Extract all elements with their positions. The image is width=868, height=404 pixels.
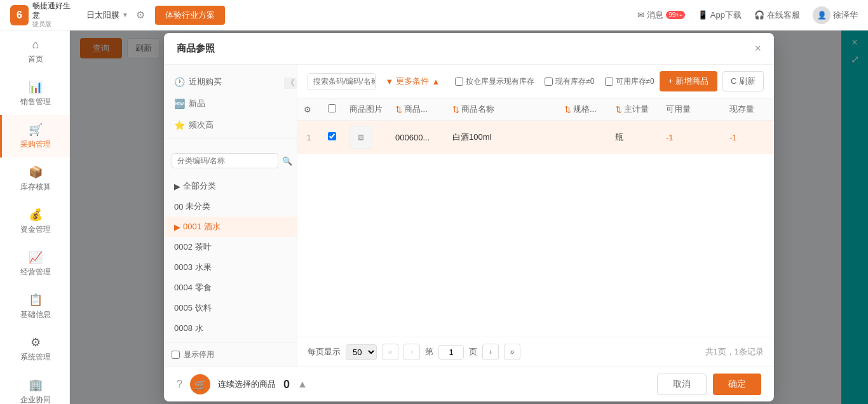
page-label: 第 [425,346,433,358]
user-button[interactable]: 👤 徐泽华 [813,6,858,24]
usable-stock-checkbox[interactable] [605,77,613,86]
show-disabled-checkbox[interactable] [172,351,180,359]
usable-stock-checkbox-label[interactable]: 可用库存≠0 [605,76,654,87]
row-spec [558,121,609,154]
quick-tabs: 🕐 近期购买 🆕 新品 ⭐ 频次高 [164,65,297,148]
row-checkbox[interactable] [328,132,336,140]
category-0005[interactable]: 0005 饮料 [164,298,297,318]
sidebar-label-info: 基础信息 [20,309,51,320]
prev-page-button[interactable]: ‹ [403,344,420,360]
sidebar-label-operations: 经营管理 [20,267,51,278]
sidebar-label-finance: 资金管理 [20,224,51,235]
category-0008[interactable]: 0008 水 [164,318,297,339]
row-checkbox-cell[interactable] [320,121,343,154]
frequent-label: 频次高 [189,119,214,131]
total-info: 共1页，1条记录 [705,346,764,358]
add-product-button[interactable]: + 新增商品 [660,71,717,91]
row-num: 1 [297,121,320,154]
sort-icon[interactable]: ⇅ [395,105,402,114]
category-search-icon[interactable]: 🔍 [282,156,292,166]
sidebar-item-sales[interactable]: 📊 销售管理 [0,72,69,115]
modal-overlay: 商品参照 × 🕐 近期购买 [70,30,868,404]
product-thumb: 🖼 [349,126,372,149]
sidebar-label-enterprise: 企业协同 [20,394,51,404]
col-spec: ⇅ 规格... [558,98,609,121]
cancel-button[interactable]: 取消 [657,374,707,395]
category-0002[interactable]: 0002 茶叶 [164,237,297,257]
sidebar-item-enterprise[interactable]: 🏢 企业协同 [0,370,69,404]
sidebar-label-system: 系统管理 [20,352,51,363]
modal-right-panel: 🔍 ▼ 更多条件 ▲ 按仓库显示现有库存 [297,65,774,367]
trial-button[interactable]: 体验行业方案 [155,6,225,25]
next-page-button[interactable]: › [482,344,499,360]
available-stock-checkbox[interactable] [545,77,553,86]
first-page-button[interactable]: « [382,344,398,360]
row-image-cell: 🖼 [343,121,389,154]
col-unit: ⇅ 主计量 [609,98,660,121]
store-selector[interactable]: 日太阳膜 ▼ [86,10,128,21]
col-checkbox[interactable] [320,98,343,121]
pagination: 每页显示 50 « ‹ 第 页 › » 共1页，1条记录 [297,337,774,367]
category-0004[interactable]: 0004 零食 [164,278,297,298]
select-all-checkbox[interactable] [328,104,336,112]
gear-icon[interactable]: ⚙ [136,9,145,21]
product-search-input[interactable] [308,74,376,89]
category-0003[interactable]: 0003 水果 [164,257,297,278]
spec-sort-icon[interactable]: ⇅ [564,105,571,114]
service-button[interactable]: 🎧 在线客服 [754,10,800,21]
more-filter-button[interactable]: ▼ 更多条件 ▲ [381,72,445,90]
category-search-input[interactable] [172,153,278,168]
table-row[interactable]: 1 🖼 [297,121,774,154]
sidebar-item-home[interactable]: ⌂ 首页 [0,30,69,72]
help-icon[interactable]: ? [177,379,182,390]
new-icon: 🆕 [174,98,185,109]
toolbar-right-actions: + 新增商品 C 刷新 [660,71,764,91]
page-number-input[interactable] [438,345,464,360]
recent-purchase-tab[interactable]: 🕐 近期购买 [164,71,284,93]
sidebar-item-inventory[interactable]: 📦 库存核算 [0,158,69,200]
col-code: ⇅ 商品... [389,98,446,121]
modal-left-panel: 🕐 近期购买 🆕 新品 ⭐ 频次高 [164,65,297,367]
purchase-icon: 🛒 [29,123,43,137]
product-reference-modal: 商品参照 × 🕐 近期购买 [164,33,774,401]
confirm-button[interactable]: 确定 [713,374,761,395]
col-settings[interactable]: ⚙ [297,98,320,121]
category-unclassified[interactable]: 00 未分类 [164,196,297,217]
available-stock-checkbox-label[interactable]: 现有库存≠0 [545,76,594,87]
unit-sort-icon[interactable]: ⇅ [615,105,622,114]
warehouse-stock-checkbox[interactable] [455,77,463,86]
category-0001[interactable]: ▶ 0001 酒水 [164,217,297,237]
col-available: 可用量 [660,98,723,121]
warehouse-stock-checkbox-label[interactable]: 按仓库显示现有库存 [455,76,534,87]
sidebar-item-finance[interactable]: 💰 资金管理 [0,200,69,243]
sidebar-item-system[interactable]: ⚙ 系统管理 [0,328,69,370]
app-name: 畅捷通好生意 [32,1,74,20]
recent-label: 近期购买 [189,76,222,88]
last-page-button[interactable]: » [504,344,520,360]
service-label: 在线客服 [767,10,800,21]
sidebar-item-info[interactable]: 📋 基础信息 [0,285,69,328]
frequent-tab[interactable]: ⭐ 频次高 [164,114,284,136]
footer-collapse-icon[interactable]: ▲ [297,379,308,390]
messages-button[interactable]: ✉ 消息 99++ [637,10,685,21]
category-all[interactable]: ▶ 全部分类 [164,176,297,196]
col-stock: 现存量 [723,98,774,121]
product-table-wrap: ⚙ 商品图片 [297,98,774,337]
name-sort-icon[interactable]: ⇅ [452,105,459,114]
footer-actions: 取消 确定 [657,374,761,395]
sidebar-item-purchase[interactable]: 🛒 采购管理 [0,115,69,158]
new-products-tab[interactable]: 🆕 新品 [164,93,284,114]
toolbar-refresh-button[interactable]: C 刷新 [722,71,764,91]
info-icon: 📋 [29,293,43,307]
app-download-button[interactable]: 📱 App下载 [698,10,742,21]
cart-button[interactable]: 🛒 [190,374,210,394]
modal-close-button[interactable]: × [754,42,761,55]
sidebar-item-operations[interactable]: 📈 经营管理 [0,243,69,285]
sidebar: ⌂ 首页 📊 销售管理 🛒 采购管理 📦 库存核算 💰 资金管理 📈 经营管理 … [0,30,70,404]
col-image: 商品图片 [343,98,389,121]
sales-icon: 📊 [29,80,43,94]
collapse-panel-button[interactable]: 《 [284,77,297,89]
sidebar-label-home: 首页 [28,54,43,65]
page-size-select[interactable]: 50 [346,344,377,360]
cat-label-0002: 0002 茶叶 [174,241,212,253]
